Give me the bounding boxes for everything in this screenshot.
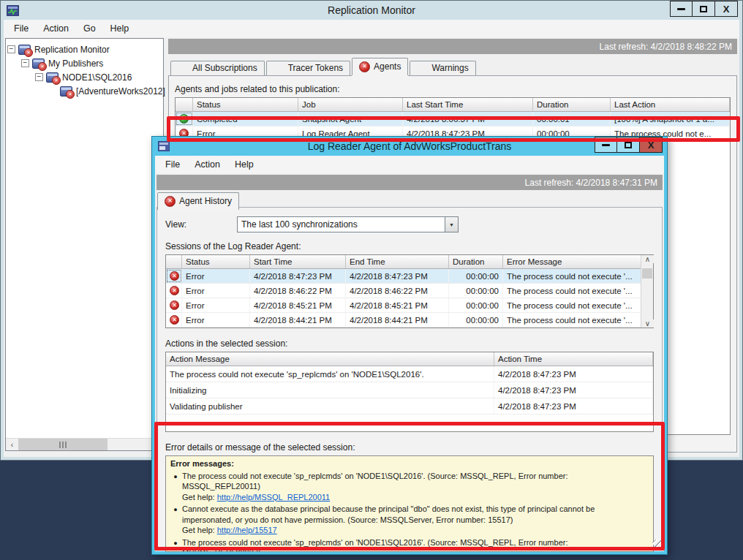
tree-node[interactable]: − My Publishers bbox=[21, 56, 162, 70]
dialog-last-refresh-status: Last refresh: 4/2/2018 8:47:31 PM bbox=[156, 175, 663, 190]
get-help-label: Get help: bbox=[182, 526, 215, 534]
error-message-text: The process could not execute 'sp_replcm… bbox=[182, 538, 567, 553]
tab-label: All Subscriptions bbox=[192, 63, 257, 73]
node-error-icon bbox=[46, 72, 59, 83]
chevron-down-icon[interactable]: ▼ bbox=[445, 217, 458, 232]
error-messages-header: Error messages: bbox=[170, 458, 647, 469]
desktop: Replication Monitor X FileActionGoHelp bbox=[0, 0, 743, 560]
close-icon[interactable]: X bbox=[640, 137, 663, 153]
tree-expander-icon[interactable]: − bbox=[7, 45, 15, 53]
bullet-icon: ● bbox=[169, 471, 182, 503]
column-header[interactable]: Start Time bbox=[250, 255, 346, 268]
scroll-down-icon[interactable]: ∨ bbox=[641, 319, 654, 328]
close-icon[interactable]: X bbox=[715, 1, 738, 17]
table-row[interactable]: The process could not execute 'sp_replcm… bbox=[166, 366, 653, 382]
column-header[interactable]: Action Time bbox=[494, 352, 653, 366]
tree-node[interactable]: − NODE1\SQL2016 bbox=[35, 70, 162, 84]
maximize-icon[interactable] bbox=[617, 137, 640, 153]
sessions-vertical-scrollbar[interactable]: ∧ ∨ bbox=[641, 255, 653, 328]
actions-table-body: The process could not execute 'sp_replcm… bbox=[166, 366, 653, 415]
column-header[interactable]: Last Start Time bbox=[403, 98, 533, 111]
column-header[interactable]: Action Message bbox=[166, 352, 494, 366]
column-header[interactable]: End Time bbox=[346, 255, 449, 268]
tree-horizontal-scrollbar[interactable]: ‹ bbox=[6, 438, 163, 450]
column-header[interactable]: Status bbox=[182, 255, 250, 268]
scroll-left-icon[interactable]: ‹ bbox=[6, 439, 18, 450]
menu-item[interactable]: Action bbox=[36, 21, 76, 36]
end-time-cell: 4/2/2018 8:44:21 PM bbox=[346, 313, 449, 327]
minimize-icon[interactable] bbox=[595, 137, 617, 153]
error-message-cell: The process could not execute '... bbox=[503, 313, 653, 327]
tree-node[interactable]: − Replication Monitor bbox=[7, 42, 162, 56]
view-label: View: bbox=[165, 219, 237, 230]
menu-item[interactable]: File bbox=[158, 157, 187, 172]
tree-node-label: Replication Monitor bbox=[34, 45, 110, 55]
tab[interactable]: All Subscriptions bbox=[170, 61, 265, 75]
table-row[interactable]: Completed Snapshot Agent 4/2/2018 8:06:3… bbox=[176, 112, 730, 126]
action-time-cell: 4/2/2018 8:47:23 PM bbox=[494, 382, 653, 398]
column-header[interactable]: Last Action bbox=[611, 98, 730, 111]
tab[interactable]: Warnings bbox=[410, 61, 475, 75]
tree-node[interactable]: − [AdventureWorks2012] bbox=[49, 84, 162, 98]
status-cell: Error bbox=[182, 284, 250, 298]
menu-item[interactable]: Action bbox=[187, 157, 227, 172]
status-icon bbox=[170, 300, 179, 310]
column-header[interactable]: Duration bbox=[449, 255, 503, 268]
tab[interactable]: Tracer Tokens bbox=[266, 61, 350, 75]
status-icon bbox=[170, 315, 179, 325]
view-dropdown[interactable]: The last 100 synchronizations ▼ bbox=[237, 216, 459, 232]
tree-expander-icon[interactable]: − bbox=[21, 59, 29, 67]
column-header[interactable] bbox=[166, 255, 182, 268]
scroll-up-icon[interactable]: ∧ bbox=[641, 255, 654, 263]
menu-item[interactable]: Go bbox=[76, 21, 103, 36]
scrollbar-thumb[interactable] bbox=[642, 268, 652, 279]
agents-table-header: StatusJobLast Start TimeDurationLast Act… bbox=[176, 98, 730, 112]
sessions-table: StatusStart TimeEnd TimeDurationError Me… bbox=[165, 254, 654, 328]
dialog-titlebar: Log Reader Agent of AdvWorksProductTrans… bbox=[155, 137, 664, 156]
column-header[interactable]: Status bbox=[193, 98, 298, 111]
column-header[interactable]: Duration bbox=[533, 98, 611, 111]
table-row[interactable]: Validating publisher 4/2/2018 8:47:23 PM bbox=[166, 398, 653, 415]
error-message-item: ● The process could not execute 'sp_repl… bbox=[169, 471, 647, 503]
help-link[interactable]: http://help/MSSQL_REPL20011 bbox=[217, 493, 331, 502]
table-row[interactable]: Error 4/2/2018 8:46:22 PM 4/2/2018 8:46:… bbox=[166, 284, 653, 298]
duration-cell: 00:00:00 bbox=[449, 284, 503, 298]
error-messages-list: ● The process could not execute 'sp_repl… bbox=[169, 471, 647, 553]
tree-expander-icon[interactable]: − bbox=[35, 73, 43, 81]
scrollbar-thumb[interactable] bbox=[18, 439, 108, 450]
column-header[interactable] bbox=[176, 98, 193, 111]
table-row[interactable]: Initializing 4/2/2018 8:47:23 PM bbox=[166, 382, 653, 398]
column-header[interactable]: Error Message bbox=[503, 255, 653, 268]
column-header[interactable]: Job bbox=[298, 98, 403, 111]
main-menubar: FileActionGoHelp bbox=[4, 20, 739, 37]
table-row[interactable]: Error 4/2/2018 8:44:21 PM 4/2/2018 8:44:… bbox=[166, 313, 653, 328]
tab-error-icon bbox=[417, 63, 428, 74]
tab-label: Agent History bbox=[179, 196, 232, 206]
tab[interactable]: Agents bbox=[352, 58, 408, 75]
node-error-icon bbox=[60, 86, 72, 97]
last-start-cell: 4/2/2018 8:06:37 PM bbox=[403, 112, 533, 126]
bullet-icon: ● bbox=[169, 504, 182, 536]
menu-item[interactable]: Help bbox=[227, 157, 261, 172]
error-message-cell: The process could not execute '... bbox=[503, 284, 653, 298]
tree-node-label: [AdventureWorks2012] bbox=[76, 86, 165, 97]
start-time-cell: 4/2/2018 8:44:21 PM bbox=[250, 313, 346, 327]
tab-error-icon bbox=[165, 196, 176, 207]
menu-item[interactable]: Help bbox=[103, 21, 137, 36]
duration-cell: 00:00:01 bbox=[533, 112, 611, 126]
maximize-icon[interactable] bbox=[693, 1, 715, 17]
duration-cell: 00:00:00 bbox=[449, 298, 503, 312]
last-action-cell: [100%] A snapshot of 1 a... bbox=[611, 112, 730, 126]
menu-item[interactable]: File bbox=[7, 21, 36, 36]
status-cell: Completed bbox=[193, 112, 298, 126]
get-help-label: Get help: bbox=[182, 493, 215, 502]
end-time-cell: 4/2/2018 8:46:22 PM bbox=[346, 284, 449, 298]
table-row[interactable]: Error 4/2/2018 8:45:21 PM 4/2/2018 8:45:… bbox=[166, 298, 653, 313]
resize-grip[interactable] bbox=[652, 540, 663, 550]
error-message-item: ● The process could not execute 'sp_repl… bbox=[169, 537, 647, 553]
help-link[interactable]: http://help/15517 bbox=[217, 526, 277, 534]
tab-error-icon bbox=[274, 63, 284, 74]
tab-agent-history[interactable]: Agent History bbox=[157, 192, 239, 210]
minimize-icon[interactable] bbox=[670, 1, 693, 17]
table-row[interactable]: Error 4/2/2018 8:47:23 PM 4/2/2018 8:47:… bbox=[166, 269, 653, 284]
